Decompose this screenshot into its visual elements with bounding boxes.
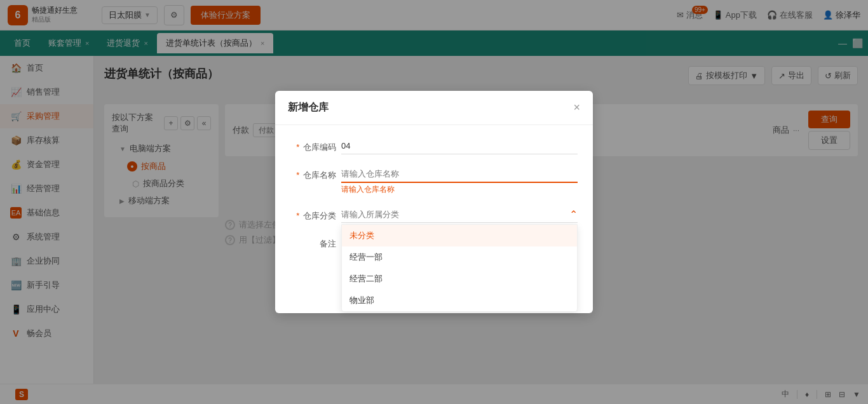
notes-label: 备注	[290, 234, 341, 250]
dropdown-item-dept3[interactable]: 物业部	[342, 290, 577, 311]
name-field: 请输入仓库名称	[341, 166, 578, 195]
new-warehouse-modal: 新增仓库 × * 仓库编码 * 仓库名称	[275, 91, 593, 313]
category-input[interactable]	[341, 206, 569, 222]
form-row-name: * 仓库名称 请输入仓库名称	[290, 166, 578, 195]
modal-title: 新增仓库	[288, 101, 329, 114]
category-dropdown: 未分类 经营一部 经营二部 物业部	[341, 224, 578, 312]
modal-body: * 仓库编码 * 仓库名称 请输入仓库名称	[275, 125, 593, 275]
name-label: * 仓库名称	[290, 166, 341, 181]
code-input[interactable]	[341, 138, 578, 154]
category-field: ⌃ 未分类 经营一部 经营二部 物业部	[341, 206, 578, 223]
code-field	[341, 138, 578, 154]
category-chevron-icon[interactable]: ⌃	[569, 208, 578, 220]
dropdown-item-dept1[interactable]: 经营一部	[342, 246, 577, 268]
dropdown-item-dept2[interactable]: 经营二部	[342, 268, 577, 290]
modal-close-button[interactable]: ×	[573, 101, 580, 114]
name-error-tip: 请输入仓库名称	[341, 184, 578, 195]
form-row-category: * 仓库分类 ⌃ 未分类 经营一部 经营二部 物业部	[290, 206, 578, 223]
dropdown-item-uncategorized[interactable]: 未分类	[342, 225, 577, 246]
code-label: * 仓库编码	[290, 138, 341, 153]
name-input[interactable]	[341, 166, 578, 183]
category-input-wrapper: ⌃	[341, 206, 578, 223]
category-label: * 仓库分类	[290, 206, 341, 222]
form-row-code: * 仓库编码	[290, 138, 578, 154]
modal-header: 新增仓库 ×	[275, 91, 593, 125]
modal-overlay: 新增仓库 × * 仓库编码 * 仓库名称	[0, 0, 868, 404]
